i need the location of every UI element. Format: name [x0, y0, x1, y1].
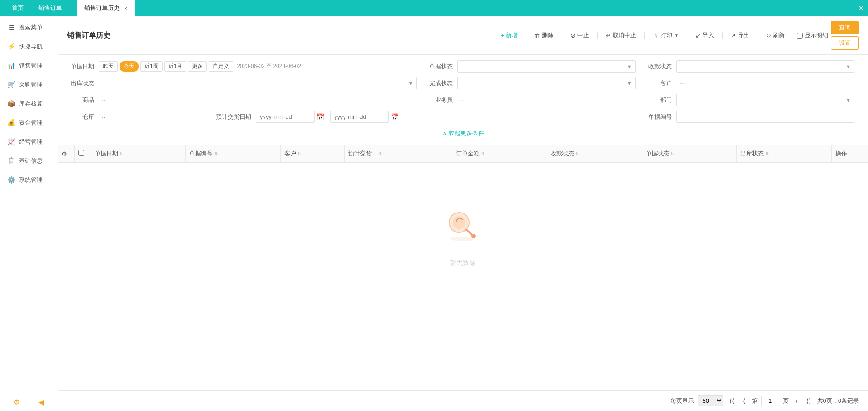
first-page-button[interactable]: ⟨⟨ — [727, 396, 737, 406]
th-number[interactable]: 单据编号 ⇅ — [186, 145, 281, 163]
settings-button[interactable]: 设置 — [831, 36, 859, 50]
table-area: ⚙ 单据日期 ⇅ 单据编号 ⇅ — [58, 145, 868, 390]
collapse-button[interactable]: ∧ 收起更多条件 — [441, 127, 486, 139]
completion-status-select[interactable] — [457, 77, 635, 89]
department-select-wrap: ▼ — [676, 94, 854, 106]
goods-label: 商品 — [67, 96, 99, 104]
department-select[interactable] — [676, 94, 854, 106]
app-close-button[interactable]: × — [858, 4, 863, 12]
display-cols-checkbox[interactable] — [797, 33, 803, 39]
delivery-status-select-wrap: ▼ — [99, 77, 417, 89]
th-bill-status[interactable]: 单据状态 ⇅ — [642, 145, 737, 163]
date-btn-custom[interactable]: 自定义 — [209, 61, 233, 72]
th-date[interactable]: 单据日期 ⇅ — [91, 145, 186, 163]
delivery-status-select[interactable] — [99, 77, 417, 89]
delete-button[interactable]: 🗑 删除 — [530, 29, 558, 42]
calendar-to-icon[interactable]: 📅 — [391, 113, 398, 121]
th-delivery-status[interactable]: 出库状态 ⇅ — [737, 145, 832, 163]
query-button[interactable]: 查询 — [831, 21, 859, 34]
total-info: 共0页，0条记录 — [817, 397, 859, 405]
new-button[interactable]: + 新增 — [496, 29, 523, 42]
payment-status-select[interactable] — [676, 60, 854, 73]
export-button[interactable]: ↗ 导出 — [726, 29, 754, 42]
display-cols-checkbox-label[interactable]: 显示明细 — [797, 31, 828, 39]
sidebar-item-inventory[interactable]: 📦 库存核算 — [0, 94, 58, 113]
delivery-status-label: 出库状态 — [67, 79, 99, 87]
sidebar-item-base-info[interactable]: 📋 基础信息 — [0, 151, 58, 170]
sidebar-item-quick-nav[interactable]: ⚡ 快捷导航 — [0, 37, 58, 56]
toolbar-divider-7 — [758, 32, 758, 39]
tab-home[interactable]: 首页 — [5, 0, 31, 16]
date-btn-more[interactable]: 更多 — [188, 61, 207, 72]
customer-label: 客户 — [645, 79, 676, 87]
bill-status-select[interactable] — [457, 60, 635, 73]
th-amount[interactable]: 订单金额 ⇅ — [452, 145, 547, 163]
export-icon: ↗ — [731, 32, 736, 39]
svg-point-0 — [450, 237, 475, 241]
date-range-text: 2023-06-02 至 2023-06-02 — [237, 63, 301, 70]
date-filter-col: 单据日期 昨天 今天 近1周 近1月 更多 自定义 2023-06-02 至 2… — [67, 61, 421, 72]
select-all-checkbox[interactable] — [78, 150, 84, 156]
th-expected-date[interactable]: 预计交货... ⇅ — [344, 145, 452, 163]
customer-select-btn[interactable]: ··· — [676, 79, 688, 87]
print-dropdown-icon: ▼ — [674, 33, 679, 38]
filter-row-2: 出库状态 ▼ 完成状态 ▼ — [67, 77, 859, 89]
toolbar: + 新增 🗑 删除 ⊘ 中止 ↩ 取消中止 — [496, 21, 859, 50]
stop-button[interactable]: ⊘ 中止 — [566, 29, 594, 42]
goods-select-btn[interactable]: ··· — [99, 96, 110, 104]
base-info-icon: 📋 — [7, 157, 15, 165]
close-tab-sales-order[interactable]: × — [67, 5, 69, 11]
th-customer[interactable]: 客户 ⇅ — [280, 145, 344, 163]
toolbar-divider-1 — [526, 32, 526, 39]
calendar-from-icon[interactable]: 📅 — [317, 113, 324, 121]
inventory-icon: 📦 — [7, 100, 15, 108]
sidebar-item-sales-mgmt[interactable]: 📊 销售管理 — [0, 56, 58, 75]
print-icon: 🖨 — [653, 32, 659, 39]
content-area: 销售订单历史 + 新增 🗑 删除 ⊘ 中止 ↩ — [58, 16, 868, 411]
th-settings[interactable]: ⚙ — [58, 145, 74, 163]
sidebar-collapse-icon[interactable]: ◀ — [38, 398, 44, 406]
empty-state: 暂无数据 — [58, 163, 868, 303]
tab-sales-order[interactable]: 销售订单 × — [31, 0, 77, 16]
toolbar-divider-8 — [793, 32, 793, 39]
refresh-button[interactable]: ↻ 刷新 — [762, 29, 789, 42]
warehouse-select-btn[interactable]: ··· — [99, 113, 110, 121]
last-page-button[interactable]: ⟩⟩ — [804, 396, 814, 406]
bill-number-input[interactable] — [676, 111, 854, 123]
per-page-select[interactable]: 50 10 20 100 — [698, 395, 723, 406]
date-btn-last7[interactable]: 近1周 — [140, 61, 163, 72]
search-menu-icon: ☰ — [7, 24, 15, 32]
warehouse-col: 仓库 ··· — [67, 113, 211, 121]
payment-status-label: 收款状态 — [645, 63, 676, 71]
toolbar-divider-4 — [644, 32, 645, 39]
next-page-button[interactable]: ⟩ — [792, 396, 800, 406]
sidebar-item-search-menu[interactable]: ☰ 搜索菜单 — [0, 18, 58, 37]
sidebar-item-sys-mgmt[interactable]: ⚙️ 系统管理 — [0, 170, 58, 189]
sidebar-settings-icon[interactable]: ⚙ — [14, 398, 20, 406]
query-buttons-group: 查询 设置 — [831, 21, 859, 50]
expected-date-to[interactable] — [330, 111, 389, 123]
salesperson-select-btn[interactable]: ··· — [457, 96, 469, 104]
toolbar-divider-3 — [597, 32, 598, 39]
sidebar-item-finance[interactable]: 💰 资金管理 — [0, 113, 58, 132]
tab-sales-order-history[interactable]: 销售订单历史 × — [77, 0, 134, 16]
page-input[interactable] — [761, 396, 779, 406]
prev-page-button[interactable]: ⟨ — [740, 396, 748, 406]
close-tab-history[interactable]: × — [124, 5, 127, 11]
cancel-stop-button[interactable]: ↩ 取消中止 — [601, 29, 641, 42]
expected-date-from[interactable] — [256, 111, 315, 123]
bill-number-label: 单据编号 — [645, 113, 676, 121]
import-button[interactable]: ↙ 导入 — [691, 29, 719, 42]
svg-point-4 — [471, 234, 476, 238]
sidebar-item-purchase-mgmt[interactable]: 🛒 采购管理 — [0, 75, 58, 94]
th-payment-status[interactable]: 收款状态 ⇅ — [547, 145, 642, 163]
date-btn-yesterday[interactable]: 昨天 — [99, 61, 118, 72]
sales-mgmt-icon: 📊 — [7, 62, 15, 70]
print-button[interactable]: 🖨 打印 ▼ — [648, 29, 683, 42]
date-buttons-group: 昨天 今天 近1周 近1月 更多 自定义 2023-06-02 至 2023-0… — [99, 61, 417, 72]
filter-row-1: 单据日期 昨天 今天 近1周 近1月 更多 自定义 2023-06-02 至 2… — [67, 60, 859, 73]
date-btn-today[interactable]: 今天 — [120, 61, 139, 72]
date-btn-last30[interactable]: 近1月 — [164, 61, 187, 72]
department-col: 部门 ▼ — [640, 94, 859, 106]
sidebar-item-operations[interactable]: 📈 经营管理 — [0, 132, 58, 151]
